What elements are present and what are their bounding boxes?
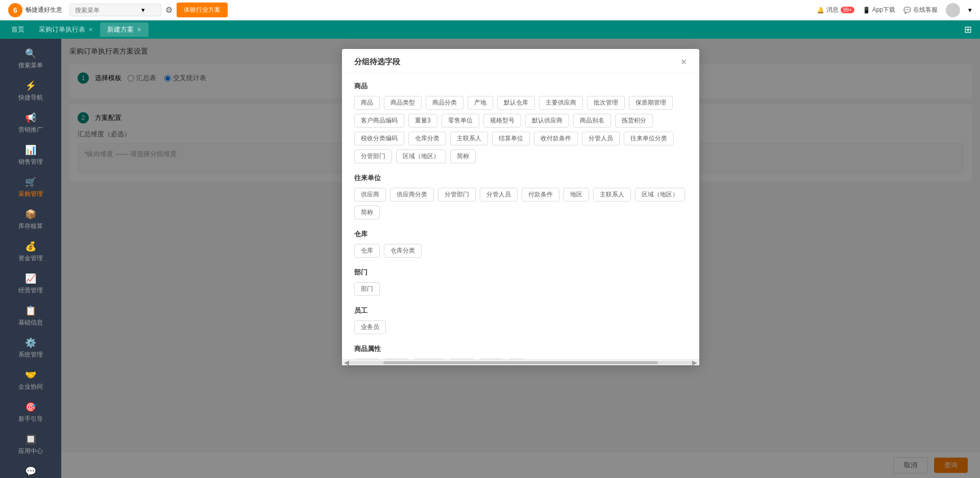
- tag-party-dept[interactable]: 分管部门: [438, 188, 476, 202]
- tab-purchase-order[interactable]: 采购订单执行表 ✕: [32, 22, 100, 37]
- hscroll-track: [349, 361, 692, 364]
- guide-icon: 🎯: [25, 401, 36, 413]
- tag-default-supplier[interactable]: 默认供应商: [525, 114, 569, 128]
- tag-customer-goods-code[interactable]: 客户商品编码: [354, 114, 404, 128]
- sidebar-item-search[interactable]: 🔍 搜索菜单: [0, 43, 61, 75]
- sidebar-item-system[interactable]: ⚙️ 系统管理: [0, 332, 61, 364]
- sidebar-item-guide[interactable]: 🎯 新手引导: [0, 396, 61, 429]
- sidebar-item-purchase-label: 采购管理: [18, 190, 43, 198]
- tab-purchase-order-close[interactable]: ✕: [88, 27, 93, 33]
- sidebar-item-sales[interactable]: 📊 销售管理: [0, 139, 61, 171]
- tab-expand-icon[interactable]: ⊞: [964, 24, 972, 35]
- section-party: 往来单位 供应商 供应商分类 分管部门 分管人员 付款条件 地区 主联系人 区域…: [354, 173, 687, 219]
- app-download-item[interactable]: 📱 App下载: [863, 6, 895, 14]
- sidebar-item-sales-label: 销售管理: [18, 158, 43, 166]
- sidebar-item-basics[interactable]: 📋 基础信息: [0, 300, 61, 332]
- tag-short-name[interactable]: 简称: [450, 149, 476, 163]
- tag-batch-mgmt[interactable]: 批次管理: [587, 96, 625, 110]
- tag-party-short-name[interactable]: 简称: [354, 206, 380, 219]
- hscroll-thumb[interactable]: [383, 361, 658, 364]
- tag-payment-terms[interactable]: 收付款条件: [534, 132, 578, 145]
- tag-retail-unit[interactable]: 零售单位: [442, 114, 479, 128]
- tag-goods-alias[interactable]: 商品别名: [573, 114, 611, 128]
- wechat-icon: 💬: [25, 466, 36, 477]
- sidebar-item-inventory-label: 库存核算: [18, 222, 43, 231]
- section-goods-attr: 商品属性 属性 颜色 多规格 尺码 鞋码 1: [354, 344, 687, 359]
- sidebar-item-marketing[interactable]: 📢 营销推广: [0, 107, 61, 139]
- tab-new-plan[interactable]: 新建方案 ✕: [100, 22, 149, 37]
- tag-default-warehouse[interactable]: 默认仓库: [497, 96, 535, 110]
- section-dept: 部门 部门: [354, 268, 687, 296]
- notification-item[interactable]: 🔔 消息 99+: [817, 6, 854, 14]
- tag-goods[interactable]: 商品: [354, 96, 380, 110]
- settings-icon[interactable]: ⚙: [165, 5, 173, 15]
- tag-salesperson[interactable]: 业务员: [354, 320, 386, 334]
- tag-warehouse-category[interactable]: 仓库分类: [408, 132, 446, 145]
- tab-home-label: 首页: [11, 25, 24, 34]
- modal-body[interactable]: 商品 商品 商品类型 商品分类 产地 默认仓库 主要供应商 批次管理 保质期管理…: [342, 73, 699, 359]
- main-layout: 🔍 搜索菜单 ⚡ 快捷导航 📢 营销推广 📊 销售管理 🛒 采购管理 📦 库存核…: [0, 39, 980, 478]
- tag-dept[interactable]: 部门: [354, 282, 380, 296]
- sidebar-item-finance[interactable]: 💰 资金管理: [0, 236, 61, 268]
- app-download-label: App下载: [872, 6, 895, 14]
- tag-goods-type[interactable]: 商品类型: [384, 96, 422, 110]
- tag-managed-dept[interactable]: 分管部门: [354, 149, 392, 163]
- tag-spec-model[interactable]: 规格型号: [483, 114, 521, 128]
- tag-weight3[interactable]: 重量3: [408, 114, 437, 128]
- tag-expiry-mgmt[interactable]: 保质期管理: [629, 96, 673, 110]
- hscroll-left-arrow[interactable]: ◀: [344, 359, 349, 366]
- quick-nav-icon: ⚡: [25, 80, 36, 91]
- tab-home[interactable]: 首页: [4, 22, 32, 37]
- tag-area[interactable]: 地区: [564, 188, 589, 202]
- tab-purchase-order-label: 采购订单执行表: [39, 25, 85, 34]
- tag-region[interactable]: 区域（地区）: [396, 149, 446, 163]
- avatar[interactable]: [946, 3, 960, 17]
- sidebar-item-collab[interactable]: 🤝 企业协同: [0, 364, 61, 396]
- sales-icon: 📊: [25, 144, 36, 156]
- tag-supplier-category[interactable]: 供应商分类: [390, 188, 434, 202]
- collab-icon: 🤝: [25, 369, 36, 381]
- tag-supplier[interactable]: 供应商: [354, 188, 386, 202]
- sidebar-item-quick-nav[interactable]: ⚡ 快捷导航: [0, 75, 61, 107]
- tag-party-contact[interactable]: 主联系人: [593, 188, 631, 202]
- sidebar-item-purchase[interactable]: 🛒 采购管理: [0, 171, 61, 204]
- tag-warehouse[interactable]: 仓库: [354, 244, 380, 258]
- tag-main-contact[interactable]: 主联系人: [450, 132, 488, 145]
- tab-new-plan-close[interactable]: ✕: [137, 27, 141, 33]
- tag-manager[interactable]: 分管人员: [582, 132, 620, 145]
- tag-pick-points[interactable]: 拣货积分: [615, 114, 653, 128]
- system-icon: ⚙️: [25, 337, 36, 348]
- tag-party-region[interactable]: 区域（地区）: [635, 188, 685, 202]
- tag-warehouse-cat[interactable]: 仓库分类: [384, 244, 422, 258]
- search-input[interactable]: [75, 7, 141, 14]
- employee-tags: 业务员: [354, 320, 687, 334]
- search-dropdown-icon[interactable]: ▾: [141, 6, 145, 14]
- tag-unit-category[interactable]: 往来单位分类: [624, 132, 674, 145]
- search-box[interactable]: ▾: [69, 4, 161, 16]
- user-menu-arrow[interactable]: ▾: [968, 6, 972, 14]
- hscroll-right-arrow[interactable]: ▶: [692, 359, 697, 366]
- sidebar-item-wechat[interactable]: 💬 企业微信: [0, 461, 61, 478]
- modal-horizontal-scrollbar[interactable]: ◀ ▶: [342, 359, 699, 365]
- sidebar-item-inventory[interactable]: 📦 库存核算: [0, 204, 61, 236]
- online-service-item[interactable]: 💬 在线客服: [903, 6, 938, 14]
- sidebar-item-apps[interactable]: 🔲 应用中心: [0, 429, 61, 461]
- sidebar-item-basics-label: 基础信息: [18, 318, 43, 327]
- section-goods-title: 商品: [354, 82, 687, 91]
- tag-goods-category[interactable]: 商品分类: [426, 96, 463, 110]
- tag-party-manager[interactable]: 分管人员: [480, 188, 518, 202]
- sidebar-item-marketing-label: 营销推广: [18, 125, 43, 134]
- section-employee-title: 员工: [354, 306, 687, 315]
- tag-main-supplier[interactable]: 主要供应商: [539, 96, 583, 110]
- bell-icon: 🔔: [817, 7, 824, 14]
- trial-button[interactable]: 体验行业方案: [177, 3, 228, 17]
- tag-payment-cond[interactable]: 付款条件: [522, 188, 559, 202]
- tag-origin[interactable]: 产地: [468, 96, 493, 110]
- sidebar-item-operations[interactable]: 📈 经营管理: [0, 268, 61, 300]
- inventory-icon: 📦: [25, 209, 36, 220]
- tag-tax-code[interactable]: 税收分类编码: [354, 132, 404, 145]
- tab-new-plan-label: 新建方案: [107, 25, 134, 34]
- modal-close-button[interactable]: ✕: [680, 57, 687, 67]
- tag-settlement-unit[interactable]: 结算单位: [492, 132, 530, 145]
- notification-label: 消息: [826, 6, 839, 14]
